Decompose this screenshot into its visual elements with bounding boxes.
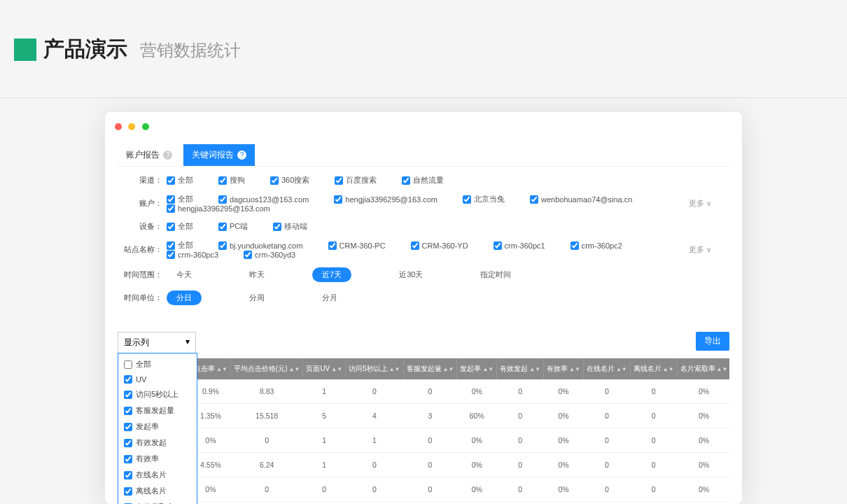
filter-option[interactable]: 搜狗 [218, 175, 245, 186]
column-option[interactable]: 有效发起 [118, 435, 197, 451]
filter-option[interactable]: 全部 [167, 240, 193, 251]
filter-option[interactable]: crm-360pc1 [493, 241, 545, 250]
filter-option[interactable]: CRM-360-PC [328, 241, 386, 250]
checkbox[interactable] [402, 176, 410, 185]
filter-option[interactable]: CRM-360-YD [411, 241, 468, 250]
filter-option[interactable]: 北京当兔 [463, 194, 505, 204]
filter-option[interactable]: crm-360pc3 [167, 251, 218, 259]
checkbox[interactable] [218, 223, 227, 231]
column-option[interactable]: 有效率 [118, 451, 197, 467]
help-icon[interactable]: ? [237, 150, 246, 160]
checkbox[interactable] [167, 195, 175, 204]
checkbox[interactable] [334, 195, 342, 204]
checkbox[interactable] [167, 241, 175, 250]
export-button[interactable]: 导出 [696, 332, 729, 351]
checkbox[interactable] [218, 241, 227, 250]
sort-icon[interactable]: ▲▼ [389, 368, 400, 371]
checkbox[interactable] [218, 195, 227, 204]
checkbox[interactable] [124, 439, 132, 447]
table-header[interactable]: 有效发起▲▼ [497, 358, 544, 379]
table-header[interactable]: 页面UV▲▼ [303, 358, 346, 379]
checkbox[interactable] [493, 241, 502, 250]
filter-option[interactable]: bj.yunduoketang.com [218, 241, 303, 250]
sort-icon[interactable]: ▲▼ [663, 368, 674, 371]
filter-option[interactable]: crm-360pc2 [570, 241, 622, 250]
checkbox[interactable] [124, 471, 132, 479]
sort-icon[interactable]: ▲▼ [717, 368, 728, 371]
checkbox[interactable] [167, 204, 175, 213]
more-accounts[interactable]: 更多∨ [689, 198, 711, 209]
more-sites[interactable]: 更多∨ [689, 244, 711, 255]
checkbox[interactable] [530, 195, 538, 204]
sort-icon[interactable]: ▲▼ [569, 368, 580, 371]
filter-option[interactable]: 360搜索 [270, 175, 309, 186]
show-columns-dropdown[interactable]: 显示列 ▾ 全部UV访问5秒以上客服发起量发起率有效发起有效率在线名片离线名片名… [118, 332, 196, 354]
column-option[interactable]: 在线名片 [118, 467, 197, 483]
filter-option[interactable]: dagcuos123@163.com [218, 195, 309, 204]
filter-option[interactable]: crm-360yd3 [244, 251, 295, 259]
checkbox[interactable] [570, 241, 579, 250]
sort-icon[interactable]: ▲▼ [616, 368, 627, 371]
filter-option[interactable]: wenbohuamao74@sina.cn [530, 195, 632, 204]
column-option[interactable]: 名片索取率 [118, 499, 197, 504]
filter-option[interactable]: 移动端 [273, 221, 307, 232]
table-header[interactable]: 名片索取率▲▼ [677, 358, 729, 379]
timeunit-pill[interactable]: 分日 [167, 290, 202, 305]
column-option[interactable]: UV [118, 372, 197, 386]
checkbox[interactable] [218, 176, 227, 185]
checkbox[interactable] [167, 176, 175, 185]
checkbox[interactable] [167, 251, 175, 259]
sort-icon[interactable]: ▲▼ [289, 368, 300, 371]
table-header[interactable]: 发起率▲▼ [457, 358, 497, 379]
timeunit-pill[interactable]: 分周 [239, 290, 274, 305]
timerange-pill[interactable]: 今天 [167, 267, 202, 282]
checkbox[interactable] [124, 360, 132, 369]
filter-option[interactable]: hengjia3396295@163.com [167, 204, 270, 213]
checkbox[interactable] [124, 487, 132, 496]
sort-icon[interactable]: ▲▼ [529, 368, 540, 371]
timerange-pill[interactable]: 近7天 [312, 267, 351, 282]
table-header[interactable]: 客服发起量▲▼ [403, 358, 457, 379]
filter-option[interactable]: 百度搜索 [335, 175, 377, 186]
checkbox[interactable] [273, 223, 281, 231]
sort-icon[interactable]: ▲▼ [443, 368, 454, 371]
table-header[interactable]: 离线名片▲▼ [630, 358, 677, 379]
dropdown-head[interactable]: 显示列 ▾ [118, 332, 195, 353]
checkbox[interactable] [124, 407, 132, 415]
column-option[interactable]: 离线名片 [118, 483, 197, 499]
filter-option[interactable]: 全部 [167, 221, 193, 232]
filter-option[interactable]: PC端 [218, 221, 248, 232]
checkbox[interactable] [411, 241, 419, 250]
checkbox[interactable] [270, 176, 279, 185]
sort-icon[interactable]: ▲▼ [216, 368, 227, 371]
help-icon[interactable]: ? [163, 150, 172, 160]
sort-icon[interactable]: ▲▼ [482, 368, 493, 371]
checkbox[interactable] [124, 455, 132, 463]
column-option[interactable]: 全部 [118, 356, 197, 372]
filter-option[interactable]: 自然流量 [402, 175, 444, 186]
filter-option[interactable]: 全部 [167, 194, 193, 204]
checkbox[interactable] [124, 391, 132, 399]
table-header[interactable]: 有效率▲▼ [544, 358, 584, 379]
column-option[interactable]: 发起率 [118, 419, 197, 435]
timerange-pill[interactable]: 指定时间 [470, 267, 521, 282]
table-header[interactable]: 访问5秒以上▲▼ [346, 358, 403, 379]
tab-keyword-report[interactable]: 关键词报告 ? [183, 144, 255, 166]
table-header[interactable]: 平均点击价格(元)▲▼ [230, 358, 303, 379]
checkbox[interactable] [335, 176, 343, 185]
filter-option[interactable]: 全部 [167, 175, 193, 186]
table-header[interactable]: 在线名片▲▼ [583, 358, 630, 379]
checkbox[interactable] [167, 223, 175, 231]
checkbox[interactable] [463, 195, 471, 204]
tab-account-report[interactable]: 账户报告 ? [118, 144, 181, 166]
sort-icon[interactable]: ▲▼ [331, 368, 342, 371]
maximize-dot[interactable] [142, 123, 149, 130]
checkbox[interactable] [328, 241, 337, 250]
checkbox[interactable] [244, 251, 252, 259]
minimize-dot[interactable] [128, 123, 135, 130]
timerange-pill[interactable]: 近30天 [389, 267, 433, 282]
column-option[interactable]: 客服发起量 [118, 402, 197, 419]
checkbox[interactable] [124, 423, 132, 431]
checkbox[interactable] [124, 375, 132, 384]
timerange-pill[interactable]: 昨天 [239, 267, 274, 282]
